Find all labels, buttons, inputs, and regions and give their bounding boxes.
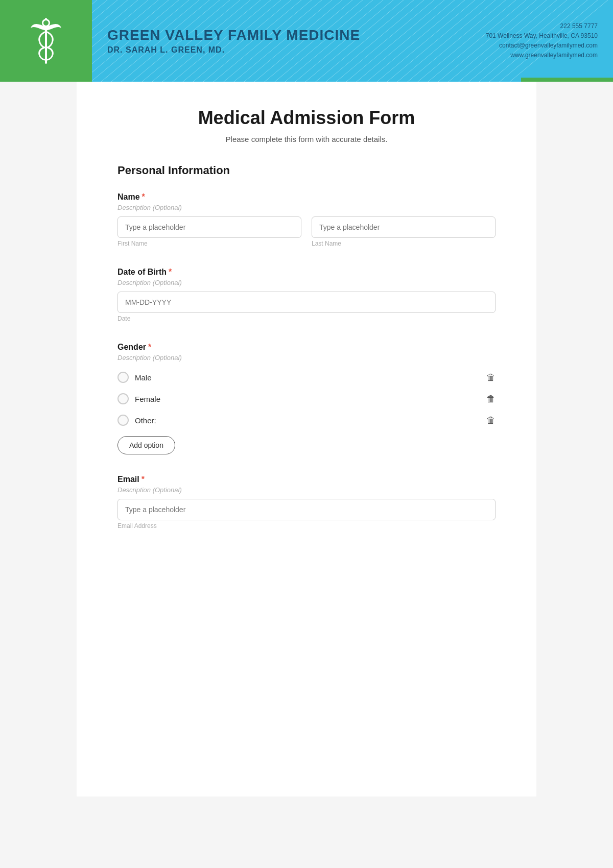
first-name-sublabel: First Name	[117, 240, 301, 247]
radio-male-circle[interactable]	[117, 372, 129, 383]
dob-input[interactable]	[117, 292, 496, 313]
email-required-marker: *	[142, 475, 145, 484]
gender-option-other: Other: 🗑	[117, 409, 496, 431]
header: GREEN VALLEY FAMILY MEDICINE DR. SARAH L…	[0, 0, 613, 82]
email-input-row: Email Address	[117, 499, 496, 529]
email-description: Description (Optional)	[117, 486, 496, 494]
clinic-phone: 222 555 7777	[486, 21, 598, 31]
clinic-address: 701 Wellness Way, Healthville, CA 93510	[486, 31, 598, 41]
clinic-email: contact@greenvalleyfamilymed.com	[486, 41, 598, 51]
name-input-row: First Name Last Name	[117, 216, 496, 247]
email-sublabel: Email Address	[117, 522, 496, 529]
clinic-name: GREEN VALLEY FAMILY MEDICINE	[107, 27, 455, 43]
field-group-gender: Gender* Description (Optional) Male 🗑 Fe…	[117, 343, 496, 454]
email-input[interactable]	[117, 499, 496, 520]
form-title: Medical Admission Form	[117, 107, 496, 129]
email-wrapper: Email Address	[117, 499, 496, 529]
dob-sublabel: Date	[117, 315, 496, 322]
delete-female-icon[interactable]: 🗑	[486, 394, 496, 404]
name-label: Name*	[117, 192, 496, 202]
dob-input-row: Date	[117, 292, 496, 322]
last-name-wrapper: Last Name	[312, 216, 496, 247]
field-group-email: Email* Description (Optional) Email Addr…	[117, 475, 496, 529]
field-group-dob: Date of Birth* Description (Optional) Da…	[117, 268, 496, 322]
doctor-name: DR. SARAH L. GREEN, MD.	[107, 45, 455, 55]
gender-option-male: Male 🗑	[117, 367, 496, 388]
gender-required-marker: *	[148, 343, 151, 351]
delete-male-icon[interactable]: 🗑	[486, 372, 496, 383]
radio-female-label: Female	[135, 395, 160, 403]
gender-option-female: Female 🗑	[117, 388, 496, 409]
green-accent-bar	[521, 78, 613, 82]
clinic-title-block: GREEN VALLEY FAMILY MEDICINE DR. SARAH L…	[92, 27, 470, 55]
dob-label: Date of Birth*	[117, 268, 496, 277]
radio-other-label: Other:	[135, 416, 156, 425]
radio-female-circle[interactable]	[117, 393, 129, 404]
name-description: Description (Optional)	[117, 204, 496, 211]
caduceus-icon	[23, 13, 69, 69]
last-name-input[interactable]	[312, 216, 496, 238]
svg-point-53	[43, 20, 49, 26]
first-name-input[interactable]	[117, 216, 301, 238]
radio-other-circle[interactable]	[117, 415, 129, 426]
gender-label: Gender*	[117, 343, 496, 352]
dob-required-marker: *	[169, 268, 172, 276]
delete-other-icon[interactable]: 🗑	[486, 415, 496, 426]
form-content: Medical Admission Form Please complete t…	[77, 82, 536, 797]
add-option-button[interactable]: Add option	[117, 436, 175, 454]
clinic-website: www.greenvalleyfamilymed.com	[486, 51, 598, 60]
first-name-wrapper: First Name	[117, 216, 301, 247]
radio-male-label: Male	[135, 373, 152, 382]
contact-block: 222 555 7777 701 Wellness Way, Healthvil…	[470, 21, 613, 61]
form-subtitle: Please complete this form with accurate …	[117, 135, 496, 143]
email-label: Email*	[117, 475, 496, 484]
clinic-logo-box	[0, 0, 92, 82]
dob-wrapper: Date	[117, 292, 496, 322]
last-name-sublabel: Last Name	[312, 240, 496, 247]
field-group-name: Name* Description (Optional) First Name …	[117, 192, 496, 247]
gender-description: Description (Optional)	[117, 354, 496, 361]
dob-description: Description (Optional)	[117, 279, 496, 286]
section-personal-info: Personal Information	[117, 164, 496, 177]
name-required-marker: *	[142, 192, 145, 201]
